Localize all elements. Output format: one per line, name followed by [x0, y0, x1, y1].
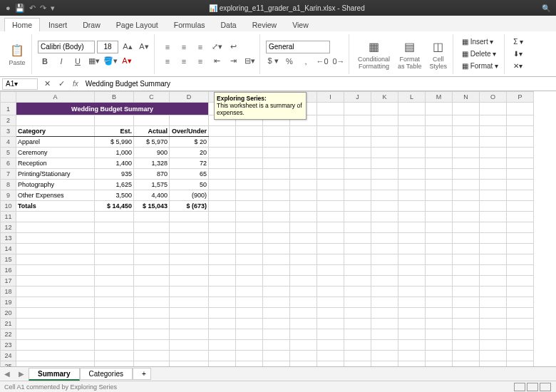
cell[interactable] — [16, 297, 95, 308]
view-page-icon[interactable] — [527, 383, 538, 391]
cell[interactable] — [426, 297, 453, 308]
col-header-O[interactable]: O — [480, 92, 507, 103]
cell[interactable] — [371, 265, 398, 276]
title-cell[interactable]: Wedding Budget Summary — [16, 103, 209, 115]
cell[interactable] — [317, 180, 344, 190]
cell[interactable] — [263, 297, 290, 308]
underline-button[interactable]: U — [71, 55, 85, 68]
wrap-text-icon[interactable]: ↩ — [226, 41, 240, 53]
font-size-select[interactable] — [97, 41, 118, 53]
cell[interactable] — [453, 340, 480, 351]
cell[interactable] — [480, 169, 507, 180]
cell[interactable] — [371, 351, 398, 361]
sheet-tab-categories[interactable]: Categories — [80, 368, 133, 380]
cell[interactable] — [453, 137, 480, 148]
cell[interactable] — [95, 319, 134, 329]
cell[interactable] — [317, 115, 344, 126]
cell[interactable] — [371, 137, 398, 148]
align-top-icon[interactable]: ≡ — [160, 41, 175, 53]
cell[interactable] — [344, 276, 371, 287]
row-header-18[interactable]: 18 — [1, 287, 16, 297]
cell[interactable] — [453, 308, 480, 319]
cell-totals-actual[interactable]: $ 15,043 — [134, 201, 170, 212]
tab-review[interactable]: Review — [245, 19, 284, 31]
cell[interactable] — [134, 233, 170, 244]
cell[interactable] — [507, 115, 534, 126]
row-header-14[interactable]: 14 — [1, 244, 16, 254]
cell[interactable] — [95, 244, 134, 254]
cell[interactable] — [236, 297, 263, 308]
cell[interactable] — [344, 265, 371, 276]
cell[interactable] — [398, 308, 426, 319]
cell[interactable] — [95, 340, 134, 351]
cell[interactable] — [398, 265, 426, 276]
cell[interactable] — [453, 103, 480, 115]
search-icon[interactable]: 🔍 — [513, 4, 556, 12]
cell[interactable] — [134, 244, 170, 254]
cell-actual[interactable]: 1,328 — [134, 158, 170, 169]
cell[interactable] — [209, 254, 236, 265]
cell[interactable] — [426, 222, 453, 233]
cell[interactable] — [507, 148, 534, 158]
cell[interactable] — [398, 103, 426, 115]
row-header-17[interactable]: 17 — [1, 276, 16, 287]
cell[interactable] — [371, 169, 398, 180]
row-header-10[interactable]: 10 — [1, 201, 16, 212]
cell[interactable] — [453, 319, 480, 329]
cell[interactable] — [134, 308, 170, 319]
select-all[interactable] — [1, 92, 16, 103]
cell[interactable] — [371, 115, 398, 126]
cell-est[interactable]: $ 5,990 — [95, 137, 134, 148]
cell[interactable] — [263, 308, 290, 319]
cell[interactable] — [453, 115, 480, 126]
row-header-3[interactable]: 3 — [1, 126, 16, 137]
cell[interactable] — [480, 126, 507, 137]
cell[interactable] — [290, 244, 317, 254]
cell[interactable] — [344, 137, 371, 148]
cell[interactable] — [16, 244, 95, 254]
cell[interactable] — [344, 361, 371, 367]
cell[interactable] — [480, 103, 507, 115]
tab-home[interactable]: Home — [4, 18, 40, 31]
cell[interactable] — [371, 297, 398, 308]
cell[interactable] — [317, 201, 344, 212]
cell[interactable] — [170, 244, 209, 254]
cell[interactable] — [453, 329, 480, 340]
cell[interactable] — [317, 265, 344, 276]
cell[interactable] — [317, 190, 344, 201]
cell[interactable] — [453, 361, 480, 367]
row-header-1[interactable]: 1 — [1, 103, 16, 115]
cell[interactable] — [453, 126, 480, 137]
row-header-5[interactable]: 5 — [1, 148, 16, 158]
cell[interactable] — [236, 148, 263, 158]
cell[interactable] — [290, 329, 317, 340]
cell[interactable] — [398, 361, 426, 367]
cell[interactable] — [480, 137, 507, 148]
cell[interactable] — [426, 137, 453, 148]
cell[interactable] — [236, 169, 263, 180]
cell-est[interactable]: 1,400 — [95, 158, 134, 169]
col-header-A[interactable]: A — [16, 92, 95, 103]
cell[interactable] — [371, 190, 398, 201]
cell[interactable] — [236, 265, 263, 276]
cell[interactable] — [170, 115, 209, 126]
cell[interactable] — [16, 222, 95, 233]
cell[interactable] — [344, 169, 371, 180]
col-header-P[interactable]: P — [507, 92, 534, 103]
cell[interactable] — [344, 340, 371, 351]
cell[interactable] — [209, 126, 236, 137]
tab-view[interactable]: View — [285, 19, 316, 31]
cell[interactable] — [263, 340, 290, 351]
header-actual[interactable]: Actual — [134, 126, 170, 137]
number-format-select[interactable] — [266, 41, 330, 53]
orientation-icon[interactable]: ⤢▾ — [210, 41, 224, 53]
cell[interactable] — [263, 158, 290, 169]
font-name-select[interactable] — [38, 41, 95, 53]
cell[interactable] — [507, 180, 534, 190]
align-middle-icon[interactable]: ≡ — [177, 41, 191, 53]
cell[interactable] — [453, 180, 480, 190]
cell[interactable] — [507, 190, 534, 201]
cell[interactable] — [134, 276, 170, 287]
cell[interactable] — [170, 222, 209, 233]
cell[interactable] — [398, 148, 426, 158]
